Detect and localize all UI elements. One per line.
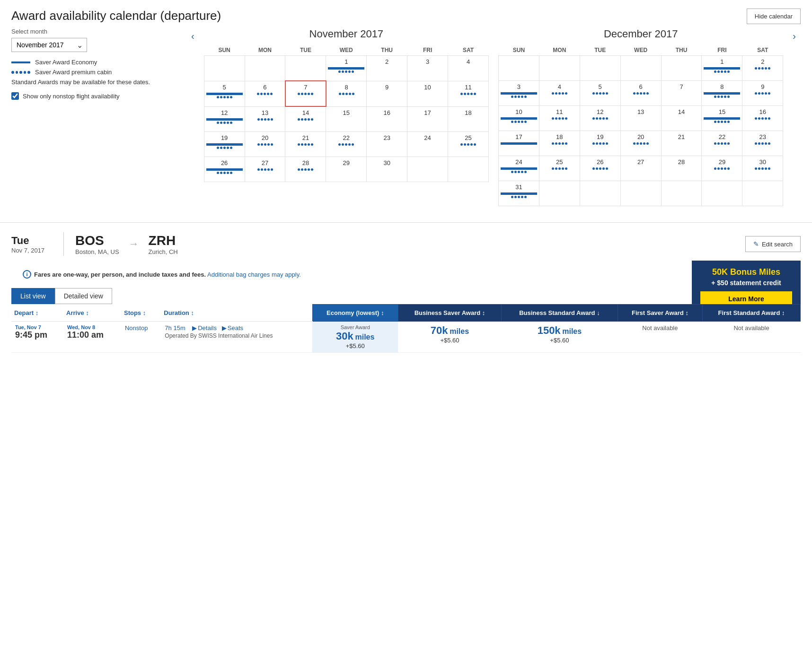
fare-notice: i Fares are one-way, per person, and inc…: [11, 265, 801, 283]
dec-8[interactable]: 8: [702, 81, 742, 106]
nov-1[interactable]: 1: [326, 56, 367, 81]
nov-29[interactable]: 29: [326, 157, 367, 182]
dec-16[interactable]: 16: [742, 106, 783, 131]
dec-10[interactable]: 10: [499, 106, 539, 131]
nov-empty[interactable]: [245, 56, 285, 81]
month-select[interactable]: November 2017 October 2017 December 2017…: [17, 41, 72, 49]
economy-header[interactable]: Economy (lowest) ↕: [312, 305, 398, 322]
business-standard-header[interactable]: Business Standard Award ↓: [502, 305, 618, 322]
dec-25[interactable]: 25: [539, 156, 580, 181]
nov-7-selected[interactable]: 7: [285, 81, 326, 106]
nov-25[interactable]: 25: [448, 132, 489, 157]
nov-12[interactable]: 12: [204, 106, 245, 132]
dec-2[interactable]: 2: [742, 56, 783, 81]
arrive-cell: Wed, Nov 8 11:00 am: [63, 322, 121, 353]
dec-29[interactable]: 29: [702, 156, 742, 181]
nonstop-checkbox-label[interactable]: Show only nonstop flight availability: [11, 92, 186, 100]
duration-value: 7h 15m: [165, 324, 185, 332]
dec-6[interactable]: 6: [620, 81, 661, 106]
dec-30[interactable]: 30: [742, 156, 783, 181]
nov-26[interactable]: 26: [204, 157, 245, 182]
business-saver-cell[interactable]: 70k miles +$5.60: [398, 322, 501, 353]
dec-15[interactable]: 15: [702, 106, 742, 131]
dec-24[interactable]: 24: [499, 156, 539, 181]
dec-17[interactable]: 17: [499, 131, 539, 156]
depart-header[interactable]: Depart ↕: [11, 305, 63, 322]
nov-30[interactable]: 30: [367, 157, 407, 182]
first-standard-header[interactable]: First Standard Award ↕: [703, 305, 801, 322]
nonstop-checkbox[interactable]: [11, 92, 19, 100]
nov-6[interactable]: 6: [245, 81, 285, 106]
nov-19[interactable]: 19: [204, 132, 245, 157]
nov-empty-fri: [407, 157, 448, 182]
dec-26[interactable]: 26: [580, 156, 620, 181]
calendar-next-button[interactable]: ›: [788, 31, 801, 42]
nov-empty[interactable]: [285, 56, 326, 81]
dec-14[interactable]: 14: [661, 106, 702, 131]
edit-search-button[interactable]: ✎ Edit search: [745, 236, 801, 252]
dec-23[interactable]: 23: [742, 131, 783, 156]
duration-header[interactable]: Duration ↕: [161, 305, 312, 322]
dec-28[interactable]: 28: [661, 156, 702, 181]
dec-31[interactable]: 31: [499, 181, 539, 206]
legend-dots-icon: [11, 71, 30, 74]
dec-27[interactable]: 27: [620, 156, 661, 181]
dec-20[interactable]: 20: [620, 131, 661, 156]
nov-15[interactable]: 15: [326, 106, 367, 132]
business-standard-cell[interactable]: 150k miles +$5.60: [502, 322, 618, 353]
flight-result-row: Tue, Nov 7 9:45 pm Wed, Nov 8 11:00 am N…: [11, 322, 801, 353]
nov-21[interactable]: 21: [285, 132, 326, 157]
nov-16[interactable]: 16: [367, 106, 407, 132]
nov-18[interactable]: 18: [448, 106, 489, 132]
seats-link[interactable]: ▶ Seats: [222, 324, 243, 332]
nov-3[interactable]: 3: [407, 56, 448, 81]
dec-22[interactable]: 22: [702, 131, 742, 156]
business-saver-header[interactable]: Business Saver Award ↕: [398, 305, 501, 322]
dec-11[interactable]: 11: [539, 106, 580, 131]
nov-14[interactable]: 14: [285, 106, 326, 132]
month-select-wrapper[interactable]: November 2017 October 2017 December 2017…: [11, 38, 87, 52]
economy-cell[interactable]: Saver Award 30k miles +$5.60: [312, 322, 398, 353]
dec-7[interactable]: 7: [661, 81, 702, 106]
bag-charges-link[interactable]: Additional bag charges may apply.: [207, 271, 301, 278]
nov-13[interactable]: 13: [245, 106, 285, 132]
nov-9[interactable]: 9: [367, 81, 407, 106]
table-row: 3 4 5 6 7 8 9: [499, 81, 783, 106]
dec-12[interactable]: 12: [580, 106, 620, 131]
list-view-tab[interactable]: List view: [11, 288, 55, 304]
dec-3[interactable]: 3: [499, 81, 539, 106]
arrive-header[interactable]: Arrive ↕: [63, 305, 121, 322]
nov-22[interactable]: 22: [326, 132, 367, 157]
nov-17[interactable]: 17: [407, 106, 448, 132]
dec-empty: [539, 181, 580, 206]
nov-28[interactable]: 28: [285, 157, 326, 182]
detailed-view-tab[interactable]: Detailed view: [55, 288, 112, 304]
table-row: 1 2 3 4: [204, 56, 488, 81]
fare-notice-text: Fares are one-way, per person, and inclu…: [34, 271, 301, 278]
calendar-prev-button[interactable]: ‹: [186, 31, 199, 42]
dec-1[interactable]: 1: [702, 56, 742, 81]
details-link[interactable]: ▶ Details: [192, 324, 217, 332]
nov-11[interactable]: 11: [448, 81, 489, 106]
nov-23[interactable]: 23: [367, 132, 407, 157]
dec-9[interactable]: 9: [742, 81, 783, 106]
nov-10[interactable]: 10: [407, 81, 448, 106]
nov-27[interactable]: 27: [245, 157, 285, 182]
first-saver-header[interactable]: First Saver Award ↕: [618, 305, 702, 322]
nov-empty[interactable]: [204, 56, 245, 81]
stops-header[interactable]: Stops ↕: [121, 305, 161, 322]
nov-24[interactable]: 24: [407, 132, 448, 157]
hide-calendar-button[interactable]: Hide calendar: [747, 9, 801, 24]
nov-8[interactable]: 8: [326, 81, 367, 106]
dec-5[interactable]: 5: [580, 81, 620, 106]
nov-4[interactable]: 4: [448, 56, 489, 81]
nov-2[interactable]: 2: [367, 56, 407, 81]
nov-5[interactable]: 5: [204, 81, 245, 106]
triangle-icon: ▶: [192, 324, 197, 332]
dec-4[interactable]: 4: [539, 81, 580, 106]
nov-20[interactable]: 20: [245, 132, 285, 157]
dec-21[interactable]: 21: [661, 131, 702, 156]
dec-18[interactable]: 18: [539, 131, 580, 156]
dec-19[interactable]: 19: [580, 131, 620, 156]
dec-13[interactable]: 13: [620, 106, 661, 131]
